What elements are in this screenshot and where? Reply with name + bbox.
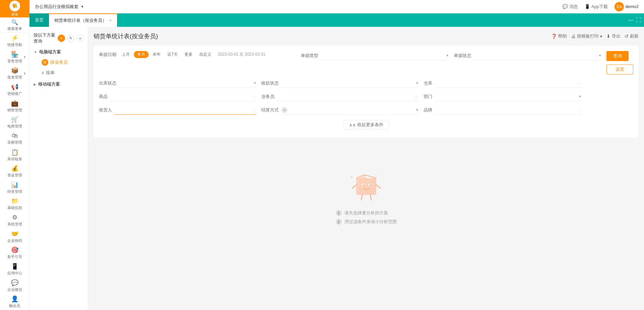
query-section: 查询 设置 xyxy=(606,51,633,74)
sidebar-item-system[interactable]: ⚙ 系统管理 xyxy=(0,212,30,228)
payment-method-select[interactable]: × ▾ xyxy=(281,105,418,115)
stock-status-select[interactable]: ▾ xyxy=(119,79,256,88)
sidebar-item-wechat[interactable]: 💬 企业微信 xyxy=(0,277,30,294)
sidebar-item-basic-info[interactable]: 📁 基础信息 xyxy=(0,196,30,212)
tip-2-text: 用过滤条件来缩小分析范围 xyxy=(344,219,397,225)
mobile-scheme-node[interactable]: ▶ 移动端方案 xyxy=(30,79,88,89)
app-logo[interactable]: 畅 标版 xyxy=(0,0,30,17)
more-date-button[interactable]: 更多 xyxy=(182,51,195,58)
sidebar-item-app-center[interactable]: 📱 应用中心 xyxy=(0,261,30,277)
by-order-node[interactable]: ≡ 按单 xyxy=(38,68,88,78)
tab-sales-stats[interactable]: 销货单统计表（按业务员） × xyxy=(49,13,117,27)
doc-status-select[interactable]: ▾ xyxy=(474,51,601,60)
collapse-scheme-button[interactable]: « xyxy=(76,35,84,42)
sidebar-item-purchase[interactable]: 🛍 采购管理 xyxy=(0,131,30,147)
brand-select[interactable]: ··· xyxy=(435,105,581,115)
department-select[interactable]: ▾ xyxy=(435,92,581,101)
doc-type-arrow-icon: ▾ xyxy=(446,53,448,58)
refresh-label: 刷新 xyxy=(630,33,639,39)
user-area[interactable]: Ea demo2 xyxy=(614,2,639,11)
salesperson-node[interactable]: 按 按业务员 xyxy=(38,57,88,68)
system-label: 系统管理 xyxy=(7,222,22,227)
salesperson-select[interactable]: ··· xyxy=(277,92,418,101)
help-button[interactable]: ❓ 帮助 xyxy=(551,33,567,39)
stock-status-label: 出库状态 xyxy=(99,80,116,86)
brand-label: 品牌 xyxy=(424,107,432,113)
edit-scheme-button[interactable]: ✎ xyxy=(67,35,74,42)
search-menu-item[interactable]: 🔍 搜索菜单 xyxy=(0,17,30,33)
this-month-button[interactable]: 本月 xyxy=(134,51,149,58)
app-center-label: 应用中心 xyxy=(7,271,22,276)
date-label: 单据日期 xyxy=(99,52,116,58)
custom-date-button[interactable]: 自定义 xyxy=(197,51,214,58)
last-month-button[interactable]: 上月 xyxy=(119,51,132,58)
this-year-button[interactable]: 本年 xyxy=(150,51,163,58)
sidebar-item-enterprise[interactable]: 🤝 企业协同 xyxy=(0,228,30,245)
doc-type-select[interactable]: ▾ xyxy=(321,51,448,60)
retail-label: 零售管理 xyxy=(7,59,22,64)
sidebar-item-operations[interactable]: 📊 经营管理 xyxy=(0,179,30,196)
app-download-button[interactable]: 📱 App下载 xyxy=(585,4,608,10)
system-icon: ⚙ xyxy=(12,214,17,221)
desktop-scheme-label: 电脑端方案 xyxy=(39,49,61,55)
tip-1-text: 请先选择要分析的方案 xyxy=(344,210,388,216)
basic-info-icon: 📁 xyxy=(11,197,18,205)
desktop-scheme-children: 按 按业务员 ≡ 按单 xyxy=(30,57,88,78)
sidebar-item-quick-nav[interactable]: ⚡ 快捷导航 xyxy=(0,33,30,49)
operations-icon: 📊 xyxy=(11,181,18,189)
sidebar-item-wholesale[interactable]: 📦 批发管理 xyxy=(0,65,30,82)
sidebar-item-member[interactable]: 👤 畅会员 xyxy=(0,294,30,310)
page-header: 销货单统计表(按业务员) ❓ 帮助 🖨 按模板打印 ▾ ⬇ 导出 xyxy=(94,32,639,40)
sidebar-item-finance[interactable]: 💰 资金管理 xyxy=(0,163,30,179)
marketing-icon: 📢 xyxy=(11,83,18,91)
topbar-dropdown[interactable]: ▾ xyxy=(81,4,84,9)
print-button[interactable]: 🖨 按模板打印 ▾ xyxy=(571,33,602,39)
scheme-panel-header: 按以下方案查询 + ✎ « xyxy=(30,30,88,47)
last7-button[interactable]: 近7天 xyxy=(165,51,180,58)
tab-minimize-button[interactable]: — xyxy=(628,17,633,23)
sidebar-item-retail[interactable]: 🏪 零售管理 xyxy=(0,49,30,65)
refresh-button[interactable]: ↺ 刷新 xyxy=(625,33,639,39)
doc-status-arrow-icon: ▾ xyxy=(599,53,601,58)
refresh-icon: ↺ xyxy=(625,34,629,39)
download-icon: 📱 xyxy=(585,4,590,9)
export-label: 导出 xyxy=(612,33,621,39)
salesperson-label: 业务员 xyxy=(261,94,274,100)
setting-button[interactable]: 设置 xyxy=(606,64,633,74)
tip-2-number: 2 xyxy=(336,219,342,225)
add-scheme-button[interactable]: + xyxy=(58,35,65,42)
collapse-icon: « xyxy=(79,36,82,41)
sidebar-item-ecommerce[interactable]: 🛒 电商管理 xyxy=(0,114,30,131)
payment-tag-remove[interactable]: × xyxy=(281,107,287,113)
goods-select[interactable]: ··· xyxy=(110,92,256,101)
enterprise-label: 企业协同 xyxy=(7,238,22,243)
sales-label: 销售管理 xyxy=(7,108,22,113)
content-area: 按以下方案查询 + ✎ « ▼ 电脑端方案 xyxy=(30,27,644,310)
warehouse-dots-icon: ··· xyxy=(577,81,581,86)
stock-status-arrow-icon: ▾ xyxy=(254,81,256,85)
desktop-scheme-node[interactable]: ▼ 电脑端方案 xyxy=(30,47,88,57)
consignee-select[interactable]: ··· xyxy=(115,105,256,115)
collapse-up-icon: ∧∧ xyxy=(349,122,356,127)
app-center-icon: 📱 xyxy=(11,263,18,270)
wechat-label: 企业微信 xyxy=(7,287,22,292)
svg-line-6 xyxy=(376,185,380,188)
collapse-filter-button[interactable]: ∧∧ 收起更多条件 xyxy=(343,120,389,130)
svg-text:✦: ✦ xyxy=(378,171,380,174)
inventory-icon: 📋 xyxy=(11,149,18,156)
sidebar-item-new-guide[interactable]: 🎯 新手引导 xyxy=(0,245,30,261)
tab-home[interactable]: 首页 xyxy=(30,13,49,27)
tab-maximize-button[interactable]: ⛶ xyxy=(636,17,641,23)
salesperson-dots-icon: ··· xyxy=(415,94,419,99)
warehouse-select[interactable]: ··· xyxy=(435,79,581,88)
collapse-row: ∧∧ 收起更多条件 xyxy=(99,117,633,132)
sidebar-item-inventory[interactable]: 📋 库存核算 xyxy=(0,147,30,163)
tab-close-icon[interactable]: × xyxy=(109,18,112,23)
sidebar-item-sales[interactable]: 💼 销售管理 xyxy=(0,98,30,114)
messages-button[interactable]: 💬 消息 xyxy=(562,4,578,10)
query-button[interactable]: 查询 xyxy=(606,51,629,61)
empty-tips: 1 请先选择要分析的方案 2 用过滤条件来缩小分析范围 xyxy=(336,210,397,225)
receipt-status-select[interactable]: ▾ xyxy=(281,79,418,88)
export-button[interactable]: ⬇ 导出 xyxy=(606,33,621,39)
sidebar-item-marketing[interactable]: 📢 营销推广 xyxy=(0,82,30,98)
